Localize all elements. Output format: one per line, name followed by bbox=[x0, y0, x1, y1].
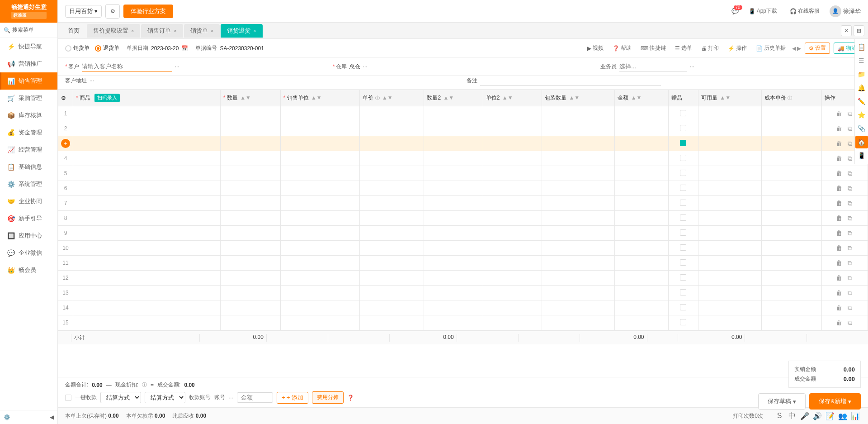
copy-row-icon[interactable]: ⧉ bbox=[845, 124, 854, 133]
delete-row-icon[interactable]: 🗑 bbox=[835, 318, 844, 327]
gift-checkbox[interactable] bbox=[680, 289, 686, 295]
customer-select-btn[interactable]: ··· bbox=[175, 63, 179, 70]
copy-row-icon[interactable]: ⧉ bbox=[845, 184, 854, 193]
settings-bottom-icon[interactable]: ⚙️ bbox=[4, 414, 10, 420]
daily-selector[interactable]: 日用百货 ▾ bbox=[65, 5, 102, 18]
topbar-settings-btn[interactable]: ⚙ bbox=[105, 4, 120, 19]
delete-row-icon[interactable]: 🗑 bbox=[835, 154, 844, 163]
calc-method-select[interactable]: 结算方式 bbox=[100, 392, 141, 403]
gift-checkbox-active[interactable] bbox=[680, 140, 686, 146]
tab-price-extract[interactable]: 售价提取设置 × bbox=[87, 24, 140, 38]
product-input-active[interactable] bbox=[76, 140, 217, 147]
collect-method-select[interactable]: 结算方式 bbox=[145, 392, 185, 403]
split-btn[interactable]: 费用分摊 bbox=[312, 391, 344, 404]
salesperson-input[interactable] bbox=[619, 62, 687, 71]
date-value[interactable]: 2023-03-20 bbox=[151, 45, 179, 52]
tab-close-all-btn[interactable]: ✕ bbox=[841, 25, 852, 36]
copy-row-icon[interactable]: ⧉ bbox=[845, 199, 854, 208]
copy-row-icon[interactable]: ⧉ bbox=[845, 303, 854, 312]
gift-checkbox[interactable] bbox=[680, 244, 686, 251]
sidebar-item-sales[interactable]: 📊 销售管理 bbox=[0, 72, 57, 90]
right-panel-icon-8[interactable]: 🏠 bbox=[855, 136, 868, 148]
video-btn[interactable]: ▶ 视频 bbox=[585, 43, 606, 53]
gift-checkbox[interactable] bbox=[680, 319, 686, 325]
settings-btn[interactable]: ⚙ 设置 bbox=[805, 43, 830, 54]
sidebar-item-purchase[interactable]: 🛒 采购管理 bbox=[0, 90, 57, 107]
tool-people-icon[interactable]: 👥 bbox=[837, 410, 848, 421]
delete-row-icon[interactable]: 🗑 bbox=[835, 139, 844, 148]
print-count-btn[interactable]: 打印次数0次 bbox=[733, 412, 763, 420]
copy-row-icon[interactable]: ⧉ bbox=[845, 273, 854, 282]
sidebar-item-member[interactable]: 👑 畅会员 bbox=[0, 262, 57, 279]
tool-voice-icon[interactable]: 🔊 bbox=[812, 410, 823, 421]
sidebar-item-system[interactable]: ⚙️ 系统管理 bbox=[0, 176, 57, 193]
salesperson-select-btn[interactable]: ··· bbox=[690, 63, 694, 70]
sidebar-item-operation[interactable]: 📈 经营管理 bbox=[0, 141, 57, 158]
copy-row-icon[interactable]: ⧉ bbox=[845, 243, 854, 252]
right-panel-icon-4[interactable]: 🔔 bbox=[855, 81, 868, 94]
tab-sales-close[interactable]: × bbox=[211, 28, 213, 33]
gift-checkbox[interactable] bbox=[680, 170, 686, 176]
radio-sale-bill[interactable]: 销货单 bbox=[65, 44, 90, 52]
sidebar-item-guide[interactable]: 🎯 新手引导 bbox=[0, 210, 57, 227]
shortcut-key-btn[interactable]: ⌨ 快捷键 bbox=[638, 43, 669, 53]
delete-row-icon[interactable]: 🗑 bbox=[835, 199, 844, 208]
delete-row-icon[interactable]: 🗑 bbox=[835, 124, 844, 133]
tab-sales-return[interactable]: 销货退货 × bbox=[221, 24, 262, 38]
sidebar-item-wechat[interactable]: 💬 企业微信 bbox=[0, 244, 57, 262]
sidebar-item-inventory[interactable]: 📦 库存核算 bbox=[0, 107, 57, 124]
tab-sales-return-close[interactable]: × bbox=[253, 28, 256, 33]
right-panel-icon-9[interactable]: 📱 bbox=[855, 149, 868, 162]
gift-checkbox[interactable] bbox=[680, 259, 686, 266]
sidebar-item-marketing[interactable]: 📢 营销推广 bbox=[0, 55, 57, 72]
tab-grid-btn[interactable]: ⊞ bbox=[854, 25, 864, 36]
delete-row-icon[interactable]: 🗑 bbox=[835, 214, 844, 223]
right-panel-icon-7[interactable]: 📎 bbox=[855, 122, 868, 135]
sidebar-item-basic[interactable]: 📋 基础信息 bbox=[0, 158, 57, 176]
warehouse-select-btn[interactable]: ··· bbox=[363, 63, 368, 70]
calendar-icon[interactable]: 📅 bbox=[181, 45, 188, 52]
tool-chart-icon[interactable]: 📊 bbox=[850, 410, 861, 421]
right-panel-icon-5[interactable]: ✏️ bbox=[855, 95, 868, 108]
delete-row-icon[interactable]: 🗑 bbox=[835, 169, 844, 178]
demo-btn[interactable]: 体验行业方案 bbox=[123, 5, 173, 18]
delete-row-icon[interactable]: 🗑 bbox=[835, 243, 844, 252]
delete-row-icon[interactable]: 🗑 bbox=[835, 273, 844, 282]
col-settings[interactable]: ⚙ bbox=[58, 90, 73, 106]
save-new-btn[interactable]: 保存&新增 ▾ bbox=[809, 393, 861, 410]
discount-help-icon[interactable]: ⓘ bbox=[142, 381, 147, 388]
right-panel-icon-1[interactable]: 📋 bbox=[855, 41, 868, 53]
remark-input[interactable] bbox=[480, 76, 661, 86]
scan-btn[interactable]: 扫码录入 bbox=[94, 94, 120, 102]
tab-price-extract-close[interactable]: × bbox=[131, 28, 134, 33]
tab-home[interactable]: 首页 bbox=[61, 24, 86, 38]
copy-row-icon[interactable]: ⧉ bbox=[845, 318, 854, 327]
gift-checkbox[interactable] bbox=[680, 229, 686, 236]
gift-checkbox[interactable] bbox=[680, 214, 686, 221]
online-service-btn[interactable]: 🎧 在线客服 bbox=[787, 6, 822, 16]
radio-return-bill[interactable]: 退货单 bbox=[95, 44, 119, 52]
tab-sales-order[interactable]: 销售订单 × bbox=[141, 24, 183, 38]
split-help-icon[interactable]: ❓ bbox=[347, 395, 354, 401]
amount-input[interactable] bbox=[237, 392, 273, 403]
right-panel-icon-6[interactable]: ⭐ bbox=[855, 109, 868, 121]
sidebar-item-finance[interactable]: 💰 资金管理 bbox=[0, 124, 57, 141]
copy-row-icon[interactable]: ⧉ bbox=[845, 154, 854, 163]
history-btn[interactable]: 📄 历史单据 bbox=[753, 43, 788, 53]
user-menu[interactable]: 👤 徐泽华 bbox=[830, 5, 861, 17]
account-select-btn[interactable]: ··· bbox=[229, 395, 233, 401]
sidebar-item-apps[interactable]: 🔲 应用中心 bbox=[0, 227, 57, 244]
gift-checkbox[interactable] bbox=[680, 155, 686, 161]
gift-checkbox[interactable] bbox=[680, 274, 686, 281]
add-row-btn[interactable]: + bbox=[61, 139, 70, 148]
bill-value[interactable]: SA-20230320-001 bbox=[220, 45, 264, 52]
print-btn[interactable]: 🖨 打印 bbox=[698, 43, 722, 53]
collapse-icon[interactable]: ◀ bbox=[50, 414, 54, 420]
gift-checkbox[interactable] bbox=[680, 200, 686, 206]
tool-translate-icon[interactable]: 📝 bbox=[825, 410, 835, 421]
copy-row-icon[interactable]: ⧉ bbox=[845, 214, 854, 223]
app-download-btn[interactable]: 📱 App下载 bbox=[746, 6, 780, 16]
right-panel-icon-3[interactable]: 📁 bbox=[855, 68, 868, 81]
tab-sales[interactable]: 销货单 × bbox=[184, 24, 220, 38]
copy-row-icon[interactable]: ⧉ bbox=[845, 229, 854, 238]
